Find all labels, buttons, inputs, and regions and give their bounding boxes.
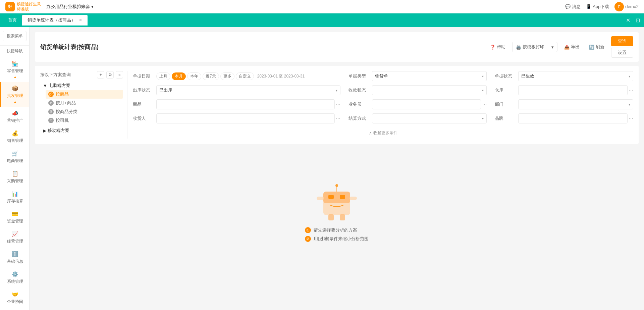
workspace-selector[interactable]: 办公用品行业模拟账套 ▾ <box>44 2 96 11</box>
salesperson-dots[interactable]: ··· <box>482 101 487 107</box>
date-this-month-btn[interactable]: 本月 <box>172 72 186 80</box>
print-button[interactable]: 🖨️ 按模板打印 <box>513 42 548 52</box>
page-header: 销货单统计表(按商品) ❓ 帮助 🖨️ 按模板打印 ▾ <box>35 32 639 62</box>
date-last-7-btn[interactable]: 近7天 <box>203 72 219 80</box>
warehouse-dots[interactable]: ··· <box>629 87 633 93</box>
recipient-dots[interactable]: ··· <box>336 115 340 121</box>
sidebar-item-finance[interactable]: 💳 资金管理 <box>0 207 29 227</box>
department-select[interactable]: ▾ <box>518 99 633 109</box>
svg-rect-6 <box>317 197 324 200</box>
scheme-by-driver-icon: 司 <box>48 118 54 123</box>
scheme-item-by-category[interactable]: 回 按商品分类 <box>46 107 123 116</box>
print-label: 按模板打印 <box>523 44 544 50</box>
purchase-icon: 📋 <box>12 170 18 177</box>
marketing-icon: 📣 <box>12 110 18 116</box>
export-button[interactable]: 📤 导出 <box>561 43 582 51</box>
warehouse-out-select[interactable]: 已出库 ▾ <box>156 85 340 95</box>
marketing-label: 营销推广 <box>7 118 23 123</box>
collapse-more-conditions[interactable]: ∧ 收起更多条件 <box>133 127 633 139</box>
empty-state: ① 请先选择要分析的方案 ② 用[过滤]条件来缩小分析范围 <box>35 148 639 269</box>
user-action[interactable]: E demo2 <box>614 2 639 11</box>
sales-label: 销售管理 <box>7 138 23 144</box>
scheme-group-mobile-title[interactable]: ▶ 移动端方案 <box>40 126 123 135</box>
print-arrow-button[interactable]: ▾ <box>548 43 557 51</box>
add-scheme-button[interactable]: + <box>97 71 104 79</box>
filter-doctype-field: 单据类型 销货单 ▾ <box>348 71 487 81</box>
payment-select[interactable]: ▾ <box>372 85 487 95</box>
refresh-button[interactable]: 🔄 刷新 <box>586 43 607 51</box>
date-last-month-btn[interactable]: 上月 <box>156 72 170 80</box>
mobile-group-arrow: ▶ <box>43 128 46 133</box>
filter-sidebar: 按以下方案查询 + ⚙ « ▼ <box>40 71 127 139</box>
quick-nav-item[interactable]: 快捷导航 <box>0 46 29 57</box>
step-1-label: 请先选择要分析的方案 <box>314 227 357 233</box>
sidebar-item-system[interactable]: ⚙️ 系统管理 <box>0 268 29 288</box>
tab-close-window-btn[interactable]: ✕ <box>625 16 632 25</box>
refresh-label: 刷新 <box>596 44 604 50</box>
scheme-item-by-month-product[interactable]: 月 按月+商品 <box>46 99 123 107</box>
sidebar-item-guide[interactable]: 🎯 新手引导 <box>0 308 29 310</box>
collapse-sidebar-button[interactable]: « <box>116 71 123 79</box>
sidebar-item-ecommerce[interactable]: 🛒 电商管理 <box>0 147 29 167</box>
query-button[interactable]: 查询 <box>611 36 633 46</box>
finance-label: 资金管理 <box>7 218 23 224</box>
sidebar-item-retail[interactable]: 🏪 零售管理 ▲ <box>0 57 29 82</box>
step-1-num: ① <box>305 227 311 233</box>
salesperson-select[interactable] <box>372 99 481 109</box>
warehouse-out-label: 出库状态 <box>133 87 156 93</box>
doctype-select[interactable]: 销货单 ▾ <box>372 71 487 81</box>
nav-items: 🏪 零售管理 ▲ 📦 批发管理 ▲ 📣 营销推广 💰 销售管理 🛒 电商管理 <box>0 57 29 310</box>
app-download-icon: 📱 <box>586 4 591 9</box>
docstatus-select[interactable]: 已生效 ▾ <box>518 71 633 81</box>
app-download-action[interactable]: 📱 App下载 <box>586 4 609 10</box>
tab-restore-btn[interactable]: ⊡ <box>634 16 641 25</box>
sidebar-item-inventory[interactable]: 📊 库存核算 <box>0 187 29 207</box>
brand-dots[interactable]: ··· <box>629 115 633 121</box>
svg-point-5 <box>335 184 338 187</box>
message-icon: 💬 <box>565 4 571 9</box>
product-select[interactable] <box>156 99 335 109</box>
sidebar-item-purchase[interactable]: 📋 采购管理 <box>0 167 29 187</box>
date-custom-btn[interactable]: 自定义 <box>236 72 254 80</box>
sidebar-item-wholesale[interactable]: 📦 批发管理 ▲ <box>0 82 29 107</box>
message-action[interactable]: 💬 消息 <box>565 4 581 10</box>
wholesale-icon: 📦 <box>12 85 18 92</box>
help-button[interactable]: ❓ 帮助 <box>487 43 508 51</box>
filter-row-2: 出库状态 已出库 ▾ 收款状态 ▾ <box>133 85 633 95</box>
warehouse-out-value: 已出库 <box>159 87 172 93</box>
nav-search-button[interactable]: 搜索菜单 <box>3 31 26 41</box>
filter-row-4: 收货人 ··· 结算方式 ▾ <box>133 113 633 123</box>
scheme-group-mobile: ▶ 移动端方案 <box>40 126 123 135</box>
scheme-by-month-icon: 月 <box>48 100 54 106</box>
brand-label: 品牌 <box>495 115 518 121</box>
product-dots[interactable]: ··· <box>336 101 340 107</box>
sidebar-item-enterprise[interactable]: 🤝 企业协同 <box>0 288 29 308</box>
export-label: 导出 <box>571 44 580 50</box>
tab-close-icon[interactable]: ✕ <box>79 18 82 22</box>
scheme-items-desktop: 按 按商品 月 按月+商品 回 按商品分类 <box>40 90 123 125</box>
payment-method-select[interactable]: ▾ <box>372 113 487 123</box>
sidebar-item-marketing[interactable]: 📣 营销推广 <box>0 107 29 127</box>
date-this-year-btn[interactable]: 本年 <box>187 72 201 80</box>
sidebar-item-operation[interactable]: 📈 经营管理 <box>0 227 29 248</box>
department-arrow: ▾ <box>629 103 630 106</box>
mobile-group-label: 移动端方案 <box>48 127 69 134</box>
scheme-group-desktop-title[interactable]: ▼ 电脑端方案 <box>40 81 123 90</box>
sidebar-item-sales[interactable]: 💰 销售管理 <box>0 127 29 147</box>
tab-stats-label: 销货单统计表（按商品） <box>28 17 75 23</box>
sidebar-item-basic[interactable]: ℹ️ 基础信息 <box>0 248 29 268</box>
scheme-settings-button[interactable]: ⚙ <box>106 71 114 79</box>
tab-bar: 首页 销货单统计表（按商品） ✕ ✕ ⊡ <box>0 13 644 27</box>
filter-section: 按以下方案查询 + ⚙ « ▼ <box>40 71 633 139</box>
export-icon: 📤 <box>564 45 570 50</box>
date-quick-buttons: 上月 本月 本年 近7天 更多 自定义 <box>156 72 254 80</box>
recipient-select[interactable] <box>156 113 335 123</box>
settings-button[interactable]: 设置 <box>611 48 633 58</box>
brand-select[interactable] <box>518 113 627 123</box>
warehouse-select[interactable] <box>518 85 627 95</box>
scheme-item-by-driver[interactable]: 司 按司机 <box>46 116 123 125</box>
scheme-item-by-product[interactable]: 按 按商品 <box>46 90 123 99</box>
tab-home[interactable]: 首页 <box>3 15 22 25</box>
tab-stats[interactable]: 销货单统计表（按商品） ✕ <box>22 15 88 25</box>
date-more-btn[interactable]: 更多 <box>220 72 234 80</box>
